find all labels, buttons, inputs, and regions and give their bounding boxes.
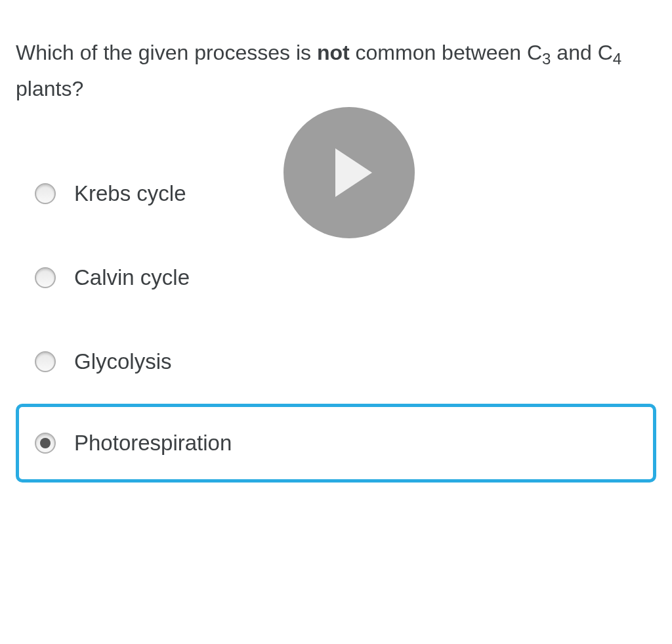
radio-icon (35, 351, 56, 372)
play-icon (335, 148, 372, 197)
option-photorespiration[interactable]: Photorespiration (16, 404, 656, 483)
question-bold: not (317, 41, 350, 64)
option-label: Calvin cycle (74, 265, 190, 290)
option-label: Glycolysis (74, 349, 172, 374)
question-connector: and C (551, 41, 612, 64)
radio-icon (35, 267, 56, 288)
radio-icon (35, 183, 56, 204)
play-button[interactable] (284, 107, 415, 238)
option-label: Krebs cycle (74, 181, 186, 206)
question-sub1: 3 (542, 50, 551, 68)
option-calvin-cycle[interactable]: Calvin cycle (16, 236, 656, 320)
question-text: Which of the given processes is not comm… (16, 36, 656, 106)
question-sub2: 4 (613, 50, 621, 68)
question-middle: common between C (350, 41, 542, 64)
question-prefix: Which of the given processes is (16, 41, 317, 64)
option-label: Photorespiration (74, 431, 232, 456)
question-suffix: plants? (16, 77, 83, 100)
radio-icon-checked (35, 433, 56, 454)
option-glycolysis[interactable]: Glycolysis (16, 320, 656, 404)
